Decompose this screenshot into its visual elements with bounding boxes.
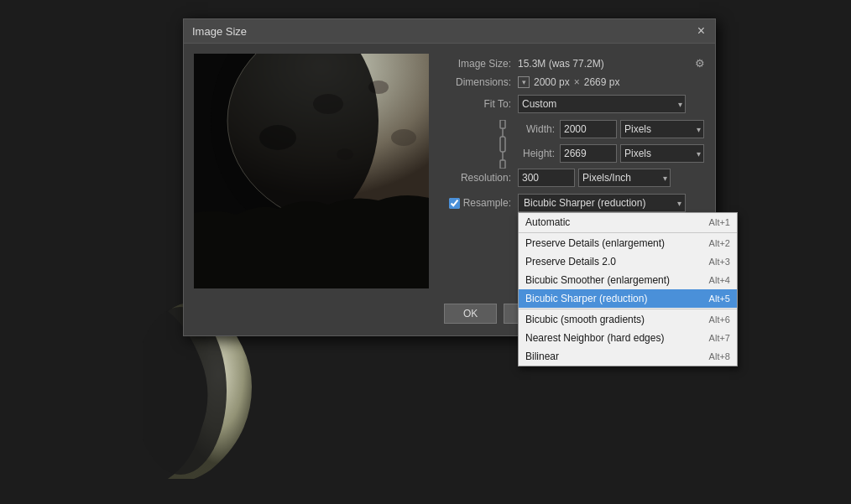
image-size-label: Image Size: bbox=[441, 58, 518, 70]
image-size-dialog: Image Size × bbox=[183, 18, 716, 336]
resample-current-value: Bicubic Sharper (reduction) bbox=[524, 197, 645, 209]
resolution-label: Resolution: bbox=[441, 172, 518, 184]
resolution-row: Resolution: Pixels/Inch ▾ bbox=[441, 169, 705, 187]
width-label: Width: bbox=[518, 123, 560, 135]
dropdown-label-bilinear: Bilinear bbox=[525, 351, 559, 362]
dropdown-label-automatic: Automatic bbox=[525, 216, 570, 228]
dropdown-item-bicubic-smoother[interactable]: Bicubic Smoother (enlargement) Alt+4 bbox=[519, 271, 737, 289]
fit-to-select-wrapper: Custom ▾ bbox=[518, 95, 686, 113]
dropdown-shortcut-bicubic-smoother: Alt+4 bbox=[709, 275, 730, 285]
width-unit-select[interactable]: Pixels bbox=[620, 120, 704, 138]
resample-select-button[interactable]: Bicubic Sharper (reduction) ▾ bbox=[518, 194, 686, 212]
controls-panel: Image Size: 15.3M (was 77.2M) ⚙ Dimensio… bbox=[441, 54, 705, 288]
dropdown-label-nearest-neighbor: Nearest Neighbor (hard edges) bbox=[525, 332, 664, 344]
dropdown-item-automatic[interactable]: Automatic Alt+1 bbox=[519, 213, 737, 231]
resample-row: Resample: Bicubic Sharper (reduction) ▾ bbox=[441, 194, 705, 212]
image-size-row: Image Size: 15.3M (was 77.2M) ⚙ bbox=[441, 57, 705, 70]
height-input[interactable] bbox=[560, 144, 617, 163]
resolution-unit-wrapper: Pixels/Inch ▾ bbox=[578, 169, 671, 187]
ok-button[interactable]: OK bbox=[444, 304, 497, 324]
resolution-unit-select[interactable]: Pixels/Inch bbox=[578, 169, 671, 187]
gear-icon-button[interactable]: ⚙ bbox=[695, 57, 705, 70]
dropdown-shortcut-nearest-neighbor: Alt+7 bbox=[709, 333, 730, 343]
dropdown-item-bicubic-sharper[interactable]: Bicubic Sharper (reduction) Alt+5 bbox=[519, 289, 737, 308]
dropdown-shortcut-bilinear: Alt+8 bbox=[709, 351, 730, 361]
dialog-title: Image Size bbox=[192, 25, 247, 38]
resample-dropdown-menu: Automatic Alt+1 Preserve Details (enlarg… bbox=[518, 212, 738, 366]
dropdown-item-bicubic[interactable]: Bicubic (smooth gradients) Alt+6 bbox=[519, 310, 737, 329]
fit-to-row: Fit To: Custom ▾ bbox=[441, 95, 705, 113]
dropdown-item-nearest-neighbor[interactable]: Nearest Neighbor (hard edges) Alt+7 bbox=[519, 329, 737, 347]
resolution-input[interactable] bbox=[518, 169, 575, 187]
resample-chevron: ▾ bbox=[677, 199, 681, 208]
link-icon-area bbox=[441, 120, 518, 169]
resample-dropdown-area: Bicubic Sharper (reduction) ▾ Automatic … bbox=[518, 194, 686, 212]
height-row: Height: Pixels ▾ bbox=[518, 144, 705, 163]
preview-moon-svg bbox=[194, 54, 429, 288]
dialog-body: Image Size: 15.3M (was 77.2M) ⚙ Dimensio… bbox=[184, 44, 715, 299]
dropdown-shortcut-bicubic-sharper: Alt+5 bbox=[709, 294, 730, 304]
dropdown-item-preserve-details-2[interactable]: Preserve Details 2.0 Alt+3 bbox=[519, 252, 737, 271]
image-size-value: 15.3M (was 77.2M) bbox=[518, 58, 692, 70]
fit-to-select[interactable]: Custom bbox=[518, 95, 686, 113]
svg-point-6 bbox=[391, 129, 416, 146]
chain-link-icon bbox=[494, 120, 511, 169]
preview-image bbox=[194, 54, 429, 288]
fit-to-label: Fit To: bbox=[441, 98, 518, 110]
svg-rect-15 bbox=[500, 160, 505, 169]
close-button[interactable]: × bbox=[696, 24, 707, 38]
dropdown-shortcut-bicubic: Alt+6 bbox=[709, 314, 730, 325]
height-unit-select[interactable]: Pixels bbox=[620, 144, 704, 163]
dropdown-label-bicubic: Bicubic (smooth gradients) bbox=[525, 314, 645, 325]
dimensions-row: Dimensions: ▾ 2000 px × 2669 px bbox=[441, 76, 705, 88]
dropdown-label-preserve-details: Preserve Details (enlargement) bbox=[525, 237, 665, 249]
dimensions-height: 2669 px bbox=[584, 76, 620, 88]
dropdown-shortcut-preserve-details-2: Alt+3 bbox=[709, 257, 730, 267]
dropdown-label-bicubic-smoother: Bicubic Smoother (enlargement) bbox=[525, 274, 670, 286]
svg-rect-13 bbox=[500, 137, 505, 152]
svg-rect-11 bbox=[500, 120, 505, 128]
dimensions-x-sep: × bbox=[574, 76, 580, 88]
dropdown-shortcut-preserve-details: Alt+2 bbox=[709, 238, 730, 248]
width-input[interactable] bbox=[560, 120, 617, 138]
height-unit-wrapper: Pixels ▾ bbox=[620, 144, 704, 163]
dropdown-separator-1 bbox=[519, 232, 737, 233]
dropdown-shortcut-automatic: Alt+1 bbox=[709, 217, 730, 227]
dimensions-width: 2000 px bbox=[534, 76, 570, 88]
resample-label-container[interactable]: Resample: bbox=[449, 197, 511, 209]
dimensions-label: Dimensions: bbox=[441, 76, 518, 88]
width-row: Width: Pixels ▾ bbox=[518, 120, 705, 138]
dialog-titlebar: Image Size × bbox=[184, 19, 715, 44]
dropdown-item-preserve-details[interactable]: Preserve Details (enlargement) Alt+2 bbox=[519, 234, 737, 252]
width-height-group: Width: Pixels ▾ Height: bbox=[441, 120, 705, 169]
dropdown-item-bilinear[interactable]: Bilinear Alt+8 bbox=[519, 347, 737, 366]
dimensions-toggle[interactable]: ▾ bbox=[518, 76, 530, 88]
dropdown-label-bicubic-sharper: Bicubic Sharper (reduction) bbox=[525, 293, 647, 304]
resample-checkbox-label: Resample: bbox=[441, 197, 518, 209]
width-unit-wrapper: Pixels ▾ bbox=[620, 120, 704, 138]
resample-label-text: Resample: bbox=[463, 197, 511, 209]
dropdown-separator-2 bbox=[519, 309, 737, 309]
width-height-fields: Width: Pixels ▾ Height: bbox=[518, 120, 705, 169]
preview-panel bbox=[194, 54, 429, 288]
height-label: Height: bbox=[518, 148, 560, 159]
dropdown-label-preserve-details-2: Preserve Details 2.0 bbox=[525, 256, 616, 268]
resample-checkbox[interactable] bbox=[449, 198, 460, 209]
